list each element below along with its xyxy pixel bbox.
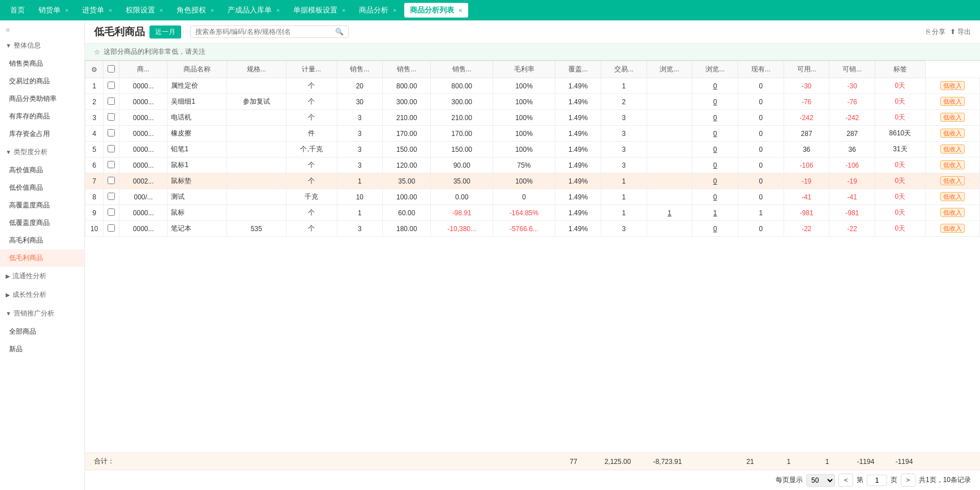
col-code[interactable]: 商... <box>119 61 168 78</box>
row-name[interactable]: 吴细细1 <box>168 94 227 110</box>
sidebar-group-marketing[interactable]: ▼ 营销推广分析 <box>0 304 84 323</box>
nav-close-icon-3[interactable]: × <box>160 7 163 14</box>
nav-close-icon-4[interactable]: × <box>211 7 214 14</box>
row-name[interactable]: 测试 <box>168 189 227 205</box>
prev-page-btn[interactable]: ＜ <box>838 474 853 487</box>
nav-close-icon-6[interactable]: × <box>342 7 345 14</box>
row-browse1[interactable]: 0 <box>692 189 738 205</box>
row-browse1[interactable]: 1 <box>692 205 738 221</box>
row-select-checkbox[interactable] <box>108 113 115 121</box>
nav-close-icon-2[interactable]: × <box>109 7 112 14</box>
col-checkbox[interactable] <box>104 61 119 78</box>
col-tag[interactable]: 标签 <box>875 61 926 78</box>
search-icon[interactable]: 🔍 <box>335 28 344 36</box>
table-row[interactable]: 7 0002... 鼠标垫 个 1 35.00 35.00 100% 1.49%… <box>85 173 980 189</box>
col-sales-price[interactable]: 销售... <box>383 61 431 78</box>
row-browse1[interactable]: 0 <box>692 78 738 94</box>
row-select-checkbox[interactable] <box>108 97 115 105</box>
col-coverage[interactable]: 覆盖... <box>555 61 601 78</box>
row-select-checkbox[interactable] <box>108 208 115 216</box>
col-sales-amount[interactable]: 销售... <box>431 61 493 78</box>
sidebar-collapse-btn[interactable]: « <box>6 25 10 34</box>
table-row[interactable]: 9 0000... 鼠标 个 1 60.00 -98.91 -164.85% 1… <box>85 205 980 221</box>
row-checkbox[interactable] <box>104 221 119 237</box>
table-row[interactable]: 1 0000... 属性定价 个 20 800.00 800.00 100% 1… <box>85 78 980 94</box>
sidebar-item-high-coverage[interactable]: 高覆盖度商品 <box>0 197 84 214</box>
col-sales-qty[interactable]: 销售... <box>337 61 383 78</box>
search-input[interactable] <box>195 28 335 36</box>
row-checkbox[interactable] <box>104 126 119 142</box>
row-checkbox[interactable] <box>104 189 119 205</box>
row-checkbox[interactable] <box>104 110 119 126</box>
row-name[interactable]: 鼠标1 <box>168 157 227 173</box>
row-select-checkbox[interactable] <box>108 161 115 168</box>
col-unit[interactable]: 计量... <box>286 61 337 78</box>
col-browse2[interactable]: 浏览... <box>692 61 738 78</box>
sidebar-item-all-products[interactable]: 全部商品 <box>0 323 84 340</box>
row-browse1[interactable]: 0 <box>692 126 738 142</box>
sidebar-item-sales-products[interactable]: 销售类商品 <box>0 55 84 73</box>
sidebar-item-low-value[interactable]: 低价值商品 <box>0 179 84 197</box>
next-page-btn[interactable]: ＞ <box>901 474 915 487</box>
nav-product-analysis-list[interactable]: 商品分析列表 × <box>404 3 468 18</box>
sidebar-item-traded-products[interactable]: 交易过的商品 <box>0 73 84 90</box>
row-select-checkbox[interactable] <box>108 224 115 232</box>
table-row[interactable]: 3 0000... 电话机 个 3 210.00 210.00 100% 1.4… <box>85 110 980 126</box>
col-name[interactable]: 商品名称 <box>168 61 227 78</box>
sidebar-group-liquidity[interactable]: ▶ 流通性分析 <box>0 267 84 286</box>
row-checkbox[interactable] <box>104 157 119 173</box>
table-row[interactable]: 2 0000... 吴细细1 参加复试 个 30 300.00 300.00 1… <box>85 94 980 110</box>
row-checkbox[interactable] <box>104 94 119 110</box>
sidebar-item-low-margin[interactable]: 低毛利商品 <box>0 249 84 267</box>
nav-role-auth[interactable]: 角色授权 × <box>171 3 220 18</box>
row-checkbox[interactable] <box>104 142 119 157</box>
col-stock1[interactable]: 现有... <box>738 61 784 78</box>
row-browse1[interactable]: 0 <box>692 110 738 126</box>
row-select-checkbox[interactable] <box>108 82 115 89</box>
nav-close-icon-7[interactable]: × <box>393 7 396 14</box>
search-box[interactable]: 🔍 <box>190 25 349 38</box>
row-name[interactable]: 鼠标垫 <box>168 173 227 189</box>
row-checkbox[interactable] <box>104 78 119 94</box>
row-browse1[interactable]: 0 <box>692 221 738 237</box>
nav-purchase-order[interactable]: 进货单 × <box>76 3 118 18</box>
row-select-checkbox[interactable] <box>108 177 115 184</box>
date-filter-btn[interactable]: 近一月 <box>149 25 181 39</box>
col-trade[interactable]: 交易... <box>601 61 647 78</box>
sidebar-item-high-margin[interactable]: 高毛利商品 <box>0 232 84 249</box>
sidebar-group-type-analysis[interactable]: ▼ 类型度分析 <box>0 143 84 161</box>
select-all-checkbox[interactable] <box>108 65 115 73</box>
row-name[interactable]: 橡皮擦 <box>168 126 227 142</box>
col-settings[interactable]: ⚙ <box>85 61 104 78</box>
page-number-input[interactable] <box>867 475 887 486</box>
nav-permissions[interactable]: 权限设置 × <box>120 3 169 18</box>
col-stock2[interactable]: 可用... <box>784 61 829 78</box>
row-browse1[interactable]: 0 <box>692 94 738 110</box>
col-margin-rate[interactable]: 毛利率 <box>493 61 555 78</box>
sidebar-item-capital-usage[interactable]: 库存资金占用 <box>0 125 84 143</box>
sidebar-item-new-products[interactable]: 新品 <box>0 340 84 358</box>
share-btn[interactable]: ⎘ 分享 <box>926 27 945 37</box>
table-row[interactable]: 8 000/... 测试 千克 10 100.00 0.00 0 1.49% 1… <box>85 189 980 205</box>
nav-home[interactable]: 首页 <box>5 3 31 18</box>
table-row[interactable]: 6 0000... 鼠标1 个 3 120.00 90.00 75% 1.49%… <box>85 157 980 173</box>
col-browse1[interactable]: 浏览... <box>647 61 692 78</box>
row-select-checkbox[interactable] <box>108 193 115 200</box>
export-btn[interactable]: ⬆ 导出 <box>950 27 971 37</box>
nav-product-analysis[interactable]: 商品分析 × <box>353 3 402 18</box>
col-spec[interactable]: 规格... <box>226 61 286 78</box>
row-select-checkbox[interactable] <box>108 145 115 152</box>
row-select-checkbox[interactable] <box>108 129 115 137</box>
row-name[interactable]: 电话机 <box>168 110 227 126</box>
sidebar-group-overall[interactable]: ▼ 整体信息 <box>0 36 84 55</box>
row-checkbox[interactable] <box>104 173 119 189</box>
col-days[interactable]: 可销... <box>829 61 875 78</box>
page-size-select[interactable]: 50 100 200 <box>806 474 835 487</box>
row-browse1[interactable]: 0 <box>692 157 738 173</box>
sidebar-item-low-coverage[interactable]: 低覆盖度商品 <box>0 214 84 232</box>
nav-sales-order[interactable]: 销货单 × <box>33 3 74 18</box>
sidebar-item-high-value[interactable]: 高价值商品 <box>0 161 84 179</box>
sidebar-item-category-rate[interactable]: 商品分类助销率 <box>0 90 84 108</box>
nav-template-settings[interactable]: 单据模板设置 × <box>288 3 351 18</box>
row-name[interactable]: 鼠标 <box>168 205 227 221</box>
